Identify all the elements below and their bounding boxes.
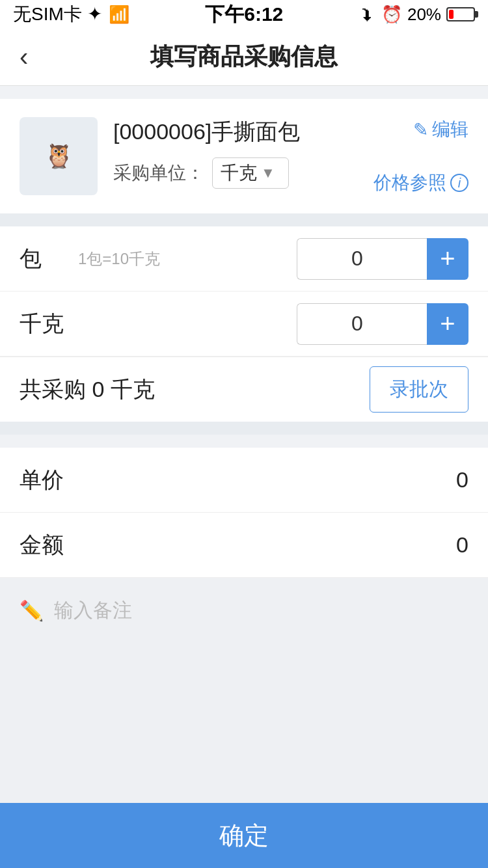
edit-icon: ✎ bbox=[413, 119, 428, 141]
product-thumb-icon: 🦉 bbox=[44, 142, 74, 170]
back-button[interactable]: ‹ bbox=[20, 42, 28, 72]
nav-bar: ‹ 填写商品采购信息 bbox=[0, 29, 488, 86]
status-bar-left: 无SIM卡 ✦ 📶 bbox=[13, 2, 129, 27]
price-ref-label: 价格参照 bbox=[373, 170, 446, 195]
bao-input[interactable] bbox=[297, 238, 427, 280]
summary-text: 共采购 0 千克 bbox=[20, 375, 370, 405]
product-card: 🦉 [0000006]手撕面包 采购单位： 千克 ▼ ✎ 编辑 价格参照 i bbox=[0, 99, 488, 213]
confirm-button[interactable]: 确定 bbox=[0, 803, 488, 868]
bao-input-wrap: + bbox=[297, 238, 468, 280]
kg-plus-button[interactable]: + bbox=[427, 303, 468, 345]
unit-price-row: 单价 0 bbox=[0, 448, 488, 513]
input-section: 包 1包=10千克 + 千克 + 共采购 0 千克 录批次 bbox=[0, 226, 488, 422]
note-section[interactable]: ✏️ 输入备注 bbox=[0, 578, 488, 644]
unit-price-value: 0 bbox=[456, 467, 468, 493]
summary-row: 共采购 0 千克 录批次 bbox=[0, 357, 488, 422]
bao-sub-label: 1包=10千克 bbox=[78, 249, 297, 269]
wifi-icon: 📶 bbox=[109, 5, 129, 25]
kg-label: 千克 bbox=[20, 309, 72, 339]
price-section: 单价 0 金额 0 bbox=[0, 448, 488, 578]
section-divider-1 bbox=[0, 213, 488, 226]
alarm-icon: ⏰ bbox=[381, 5, 402, 25]
location-icon: ⮯ bbox=[359, 5, 376, 25]
battery-pct: 20% bbox=[407, 5, 441, 25]
no-sim-text: 无SIM卡 ✦ bbox=[13, 2, 102, 27]
edit-label: 编辑 bbox=[432, 117, 468, 142]
kg-input-wrap: + bbox=[297, 303, 468, 345]
price-ref-button[interactable]: 价格参照 i bbox=[373, 170, 468, 195]
section-divider-2 bbox=[0, 422, 488, 435]
kg-input[interactable] bbox=[297, 303, 427, 345]
bao-label: 包 bbox=[20, 244, 72, 274]
amount-label: 金额 bbox=[20, 530, 456, 560]
edit-button[interactable]: ✎ 编辑 bbox=[413, 117, 468, 142]
status-bar-right: ⮯ ⏰ 20% bbox=[359, 5, 475, 25]
kg-input-row: 千克 + bbox=[0, 292, 488, 357]
note-pencil-icon: ✏️ bbox=[20, 599, 44, 622]
bao-plus-button[interactable]: + bbox=[427, 238, 468, 280]
unit-label: 采购单位： bbox=[113, 161, 204, 185]
status-bar: 无SIM卡 ✦ 📶 下午6:12 ⮯ ⏰ 20% bbox=[0, 0, 488, 29]
bao-input-row: 包 1包=10千克 + bbox=[0, 226, 488, 292]
product-thumbnail: 🦉 bbox=[20, 117, 98, 195]
info-icon: i bbox=[450, 174, 468, 192]
status-bar-time: 下午6:12 bbox=[205, 1, 283, 28]
battery-icon bbox=[446, 7, 475, 21]
amount-row: 金额 0 bbox=[0, 513, 488, 578]
unit-dropdown-arrow: ▼ bbox=[261, 165, 275, 182]
page-title: 填写商品采购信息 bbox=[150, 41, 338, 73]
amount-value: 0 bbox=[456, 532, 468, 558]
unit-price-label: 单价 bbox=[20, 465, 456, 495]
unit-value: 千克 bbox=[221, 161, 257, 185]
batch-button[interactable]: 录批次 bbox=[370, 366, 468, 413]
unit-select[interactable]: 千克 ▼ bbox=[212, 157, 289, 189]
note-placeholder: 输入备注 bbox=[54, 597, 132, 624]
